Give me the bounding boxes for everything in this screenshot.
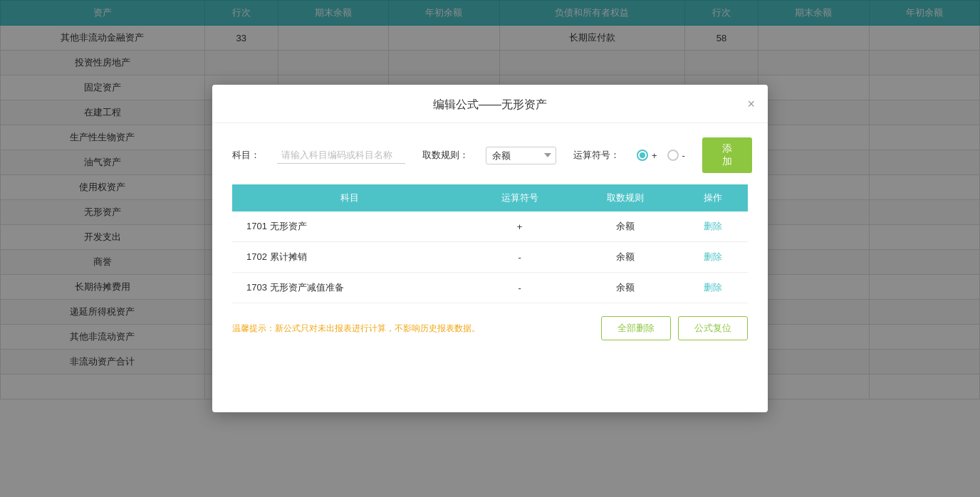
formula-subject-cell: 1701 无形资产 — [232, 211, 466, 242]
formula-rule-cell: 余额 — [573, 211, 678, 242]
formula-rule-cell: 余额 — [573, 273, 678, 303]
formula-action-cell: 删除 — [678, 273, 748, 303]
formula-operator-cell: + — [466, 211, 572, 242]
modal: 编辑公式——无形资产 × 科目： 取数规则： 余额 借方发生额 贷方发生额 运算… — [212, 85, 768, 412]
rule-select-wrap: 余额 借方发生额 贷方发生额 — [486, 147, 556, 164]
formula-col-header: 取数规则 — [573, 184, 678, 211]
formula-col-header: 操作 — [678, 184, 748, 211]
operator-label: 运算符号： — [573, 149, 620, 162]
form-row: 科目： 取数规则： 余额 借方发生额 贷方发生额 运算符号： + - — [212, 123, 768, 184]
formula-table-row: 1702 累计摊销-余额删除 — [232, 242, 748, 273]
radio-minus-circle — [667, 150, 679, 161]
operator-minus-radio[interactable]: - — [667, 150, 685, 161]
formula-table-row: 1701 无形资产+余额删除 — [232, 211, 748, 242]
formula-col-header: 运算符号 — [466, 184, 572, 211]
delete-all-button[interactable]: 全部删除 — [601, 316, 671, 340]
modal-overlay: 编辑公式——无形资产 × 科目： 取数规则： 余额 借方发生额 贷方发生额 运算… — [0, 0, 980, 497]
delete-row-2-button[interactable]: 删除 — [704, 281, 722, 294]
operator-plus-label: + — [652, 150, 657, 161]
inner-table-wrap: 科目运算符号取数规则操作 1701 无形资产+余额删除1702 累计摊销-余额删… — [232, 184, 748, 303]
modal-header: 编辑公式——无形资产 × — [212, 85, 768, 123]
reset-formula-button[interactable]: 公式复位 — [678, 316, 748, 340]
formula-table: 科目运算符号取数规则操作 1701 无形资产+余额删除1702 累计摊销-余额删… — [232, 184, 748, 303]
formula-action-cell: 删除 — [678, 211, 748, 242]
delete-row-0-button[interactable]: 删除 — [704, 220, 722, 233]
subject-label: 科目： — [232, 149, 260, 162]
table-header-row: 科目运算符号取数规则操作 — [232, 184, 748, 211]
rule-select[interactable]: 余额 借方发生额 贷方发生额 — [486, 147, 556, 164]
formula-rule-cell: 余额 — [573, 242, 678, 273]
operator-plus-radio[interactable]: + — [637, 150, 657, 161]
footer-tip: 温馨提示：新公式只对未出报表进行计算，不影响历史报表数据。 — [232, 323, 480, 335]
formula-subject-cell: 1702 累计摊销 — [232, 242, 466, 273]
add-button[interactable]: 添加 — [702, 137, 752, 173]
delete-row-1-button[interactable]: 删除 — [704, 251, 722, 263]
modal-footer: 温馨提示：新公式只对未出报表进行计算，不影响历史报表数据。 全部删除 公式复位 — [212, 303, 768, 340]
footer-buttons: 全部删除 公式复位 — [601, 316, 748, 340]
formula-operator-cell: - — [466, 273, 572, 303]
operator-minus-label: - — [682, 150, 685, 161]
formula-col-header: 科目 — [232, 184, 466, 211]
modal-close-button[interactable]: × — [747, 98, 755, 110]
subject-input[interactable] — [277, 147, 405, 164]
rule-label: 取数规则： — [422, 149, 469, 162]
modal-title: 编辑公式——无形资产 — [433, 98, 547, 113]
formula-operator-cell: - — [466, 242, 572, 273]
operator-radio-group: + - — [637, 150, 685, 161]
formula-subject-cell: 1703 无形资产减值准备 — [232, 273, 466, 303]
formula-table-row: 1703 无形资产减值准备-余额删除 — [232, 273, 748, 303]
radio-plus-circle — [637, 150, 648, 161]
formula-action-cell: 删除 — [678, 242, 748, 273]
table-body: 1701 无形资产+余额删除1702 累计摊销-余额删除1703 无形资产减值准… — [232, 211, 748, 303]
